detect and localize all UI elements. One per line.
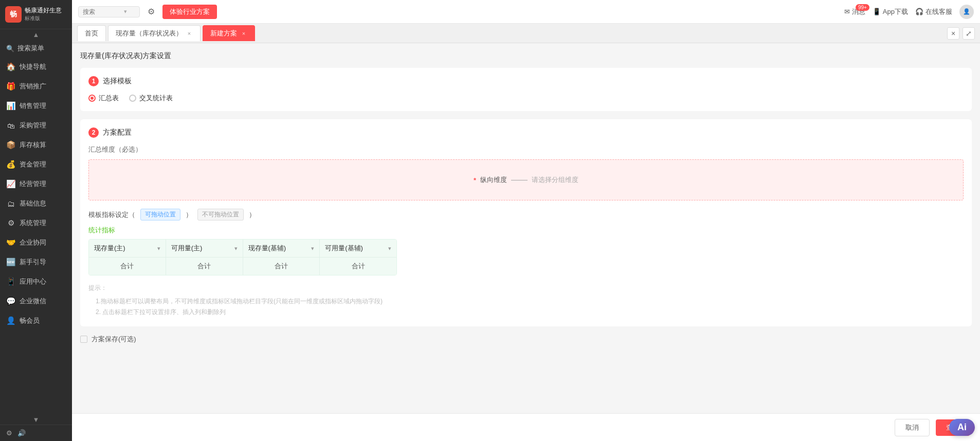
sidebar-item-finance[interactable]: 💰 资金管理	[0, 155, 72, 174]
stats-col-2-body: 合计	[243, 258, 320, 275]
sidebar-item-label: 销售管理	[20, 101, 46, 111]
app-download-btn[interactable]: 📱 App下载	[873, 7, 908, 16]
dimension-area[interactable]: * 纵向维度 —— 请选择分组维度	[88, 159, 964, 200]
dimension-vertical-label: 纵向维度	[480, 175, 507, 185]
sidebar-scroll-down[interactable]: ▼	[0, 414, 72, 425]
search-input[interactable]	[83, 8, 124, 15]
tips-title: 提示：	[88, 283, 964, 294]
sidebar-item-label: 系统管理	[20, 218, 46, 228]
tab-home-label: 首页	[85, 29, 98, 38]
template-radio-group: 汇总表 交叉统计表	[88, 94, 964, 103]
tab-home[interactable]: 首页	[77, 25, 106, 41]
sidebar-item-sales[interactable]: 📊 销售管理	[0, 96, 72, 116]
step2-number: 2	[88, 127, 99, 138]
summary-dimension-label: 汇总维度（必选）	[88, 145, 964, 154]
sidebar-item-label: 营销推广	[20, 82, 46, 91]
tab-bar-controls: × ⤢	[947, 27, 975, 40]
topbar-gear-btn[interactable]: ⚙	[144, 5, 158, 19]
save-option: 方案保存(可选)	[80, 335, 972, 344]
trial-button[interactable]: 体验行业方案	[162, 5, 217, 19]
sidebar: 畅 畅康通好生意 标准版 ▲ 🔍 搜索菜单 🏠 快捷导航 🎁 营销推广 📊 销售…	[0, 0, 72, 441]
topbar-left: ▾ ⚙ 体验行业方案	[78, 5, 839, 19]
tab-expand-btn[interactable]: ⤢	[963, 27, 975, 40]
sidebar-item-app-center[interactable]: 📱 应用中心	[0, 272, 72, 291]
step2-label: 2 方案配置	[88, 127, 964, 138]
stats-col-3-chevron-icon[interactable]: ▾	[388, 245, 391, 252]
message-btn[interactable]: ✉ 消息 99+	[844, 7, 865, 16]
stats-col-3: 可用量(基辅) ▾ 合计	[320, 240, 396, 275]
sidebar-item-quick-nav[interactable]: 🏠 快捷导航	[0, 57, 72, 77]
stats-col-0-body: 合计	[89, 258, 166, 275]
topbar-right: ✉ 消息 99+ 📱 App下载 🎧 在线客服 👤	[844, 5, 974, 19]
tab-inventory-close-btn[interactable]: ×	[186, 30, 193, 37]
non-draggable-badge: 不可拖动位置	[197, 209, 244, 220]
bag-icon: 🛍	[6, 121, 15, 130]
step1-card: 1 选择模板 汇总表 交叉统计表	[80, 68, 972, 111]
main-area: ▾ ⚙ 体验行业方案 ✉ 消息 99+ 📱 App下载 🎧 在线客服 👤	[72, 0, 980, 441]
stats-col-1-body: 合计	[166, 258, 243, 275]
stats-col-0: 现存量(主) ▾ 合计	[89, 240, 166, 275]
sidebar-item-label: 新手引导	[20, 258, 46, 267]
sidebar-item-inventory[interactable]: 📦 库存核算	[0, 135, 72, 155]
stats-col-3-body: 合计	[320, 258, 396, 275]
sidebar-item-cooperation[interactable]: 🤝 企业协同	[0, 233, 72, 252]
sidebar-item-member[interactable]: 👤 畅会员	[0, 311, 72, 330]
sidebar-item-label: 企业协同	[20, 238, 46, 247]
online-service-label: 在线客服	[925, 7, 952, 16]
stats-col-1-chevron-icon[interactable]: ▾	[234, 245, 238, 252]
sidebar-item-new-guide[interactable]: 🆕 新手引导	[0, 252, 72, 272]
topbar-search-box[interactable]: ▾	[78, 6, 140, 17]
radio-summary[interactable]: 汇总表	[88, 94, 119, 103]
sidebar-item-label: 经营管理	[20, 179, 46, 189]
cancel-button[interactable]: 取消	[895, 419, 930, 436]
sidebar-item-marketing[interactable]: 🎁 营销推广	[0, 77, 72, 96]
tab-new-scheme-label: 新建方案	[210, 29, 237, 38]
stats-col-0-header[interactable]: 现存量(主) ▾	[89, 240, 166, 258]
sidebar-item-label: 采购管理	[20, 121, 46, 130]
stats-col-2-label: 现存量(基辅)	[248, 244, 286, 253]
dimension-arrow: ——	[511, 175, 528, 185]
stats-col-2-chevron-icon[interactable]: ▾	[311, 245, 314, 252]
sidebar-item-purchase[interactable]: 🛍 采购管理	[0, 116, 72, 135]
chat-icon: 💬	[6, 297, 15, 306]
indicator-settings-suffix: ）	[186, 210, 192, 219]
sidebar-scroll-up[interactable]: ▲	[0, 29, 72, 40]
sidebar-item-wechat[interactable]: 💬 企业微信	[0, 291, 72, 311]
save-option-label: 方案保存(可选)	[92, 335, 136, 344]
sidebar-nav: 🔍 搜索菜单 🏠 快捷导航 🎁 营销推广 📊 销售管理 🛍 采购管理 📦 库存核…	[0, 40, 72, 414]
stats-col-2-header[interactable]: 现存量(基辅) ▾	[243, 240, 320, 258]
gift-icon: 🎁	[6, 82, 15, 91]
headset-icon: 🎧	[915, 8, 923, 15]
radio-summary-label: 汇总表	[99, 94, 119, 103]
stats-col-0-chevron-icon[interactable]: ▾	[157, 245, 160, 252]
tab-bar: 首页 现存量（库存状况表） × 新建方案 × × ⤢	[72, 24, 980, 43]
stats-col-1-header[interactable]: 可用量(主) ▾	[166, 240, 243, 258]
app-logo-icon: 畅	[5, 6, 22, 23]
app-edition: 标准版	[25, 15, 62, 22]
online-service-btn[interactable]: 🎧 在线客服	[915, 7, 952, 16]
step2-title: 方案配置	[103, 128, 132, 137]
sidebar-item-operations[interactable]: 📈 经营管理	[0, 174, 72, 194]
step1-label: 1 选择模板	[88, 76, 964, 86]
stats-col-1-label: 可用量(主)	[171, 244, 203, 253]
radio-cross[interactable]: 交叉统计表	[129, 94, 173, 103]
settings-icon[interactable]: ⚙	[6, 429, 12, 437]
stats-section-label: 统计指标	[88, 226, 964, 235]
search-chevron-icon: ▾	[124, 8, 127, 15]
ai-badge[interactable]: Ai	[949, 419, 975, 436]
stats-col-3-header[interactable]: 可用量(基辅) ▾	[320, 240, 396, 258]
tab-new-scheme[interactable]: 新建方案 ×	[203, 25, 255, 41]
tab-close-all-btn[interactable]: ×	[947, 27, 959, 40]
sidebar-item-basic-info[interactable]: 🗂 基础信息	[0, 194, 72, 213]
indicator-settings-suffix2: ）	[249, 210, 256, 219]
sidebar-item-system[interactable]: ⚙ 系统管理	[0, 213, 72, 233]
tab-new-scheme-close-btn[interactable]: ×	[240, 30, 247, 37]
draggable-badge: 可拖动位置	[140, 209, 180, 220]
user-avatar[interactable]: 👤	[959, 5, 974, 19]
save-checkbox[interactable]	[80, 336, 87, 343]
sidebar-search[interactable]: 🔍 搜索菜单	[0, 40, 72, 57]
chart-icon: 📊	[6, 101, 15, 111]
tab-inventory-status[interactable]: 现存量（库存状况表） ×	[108, 25, 201, 41]
audio-icon[interactable]: 🔊	[17, 429, 26, 437]
stats-col-3-label: 可用量(基辅)	[325, 244, 363, 253]
